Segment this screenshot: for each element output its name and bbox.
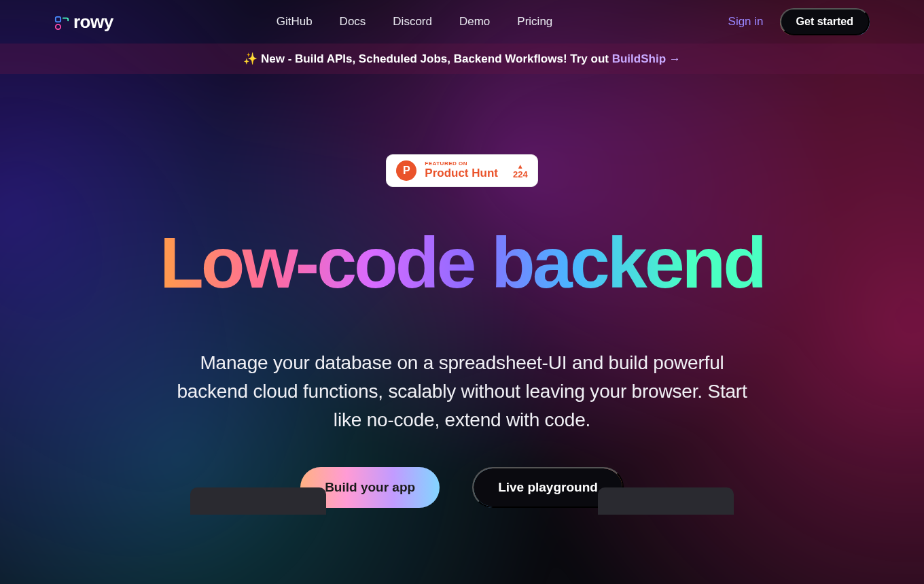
logo[interactable]: rowy [54, 12, 113, 33]
card-stub-left [190, 487, 326, 515]
nav-links: GitHub Docs Discord Demo Pricing [277, 15, 553, 29]
live-playground-label: Live playground [498, 480, 598, 494]
upvote-icon: ▲ [517, 163, 524, 170]
nav-link-pricing[interactable]: Pricing [517, 15, 552, 29]
logo-icon [54, 14, 69, 29]
nav-link-github[interactable]: GitHub [277, 15, 313, 29]
product-hunt-icon: P [396, 160, 416, 181]
svg-rect-1 [56, 24, 60, 29]
logo-text: rowy [73, 12, 113, 33]
teaser-cards [0, 487, 924, 515]
hero: P FEATURED ON Product Hunt ▲ 224 Low-cod… [0, 74, 924, 508]
nav-right: Sign in Get started [728, 8, 870, 35]
product-hunt-text: FEATURED ON Product Hunt [425, 161, 498, 179]
get-started-label: Get started [796, 16, 853, 27]
nav-link-docs[interactable]: Docs [340, 15, 366, 29]
nav-link-demo[interactable]: Demo [459, 15, 490, 29]
card-stub-right [598, 487, 734, 515]
ph-name: Product Hunt [425, 167, 498, 180]
signin-link[interactable]: Sign in [728, 15, 764, 29]
hero-headline: Low-code backend [160, 226, 764, 298]
hero-subhead: Manage your database on a spreadsheet-UI… [177, 349, 747, 434]
announcement-text: ✨ New - Build APIs, Scheduled Jobs, Back… [243, 52, 611, 65]
announcement-bar: ✨ New - Build APIs, Scheduled Jobs, Back… [0, 44, 924, 74]
product-hunt-badge[interactable]: P FEATURED ON Product Hunt ▲ 224 [386, 154, 537, 187]
ph-count: 224 [513, 170, 528, 179]
nav-link-discord[interactable]: Discord [393, 15, 432, 29]
svg-rect-0 [56, 17, 60, 22]
top-nav: rowy GitHub Docs Discord Demo Pricing Si… [0, 0, 924, 44]
get-started-button[interactable]: Get started [780, 8, 870, 35]
ph-upvote: ▲ 224 [513, 163, 528, 179]
announcement-link[interactable]: BuildShip → [612, 52, 681, 65]
